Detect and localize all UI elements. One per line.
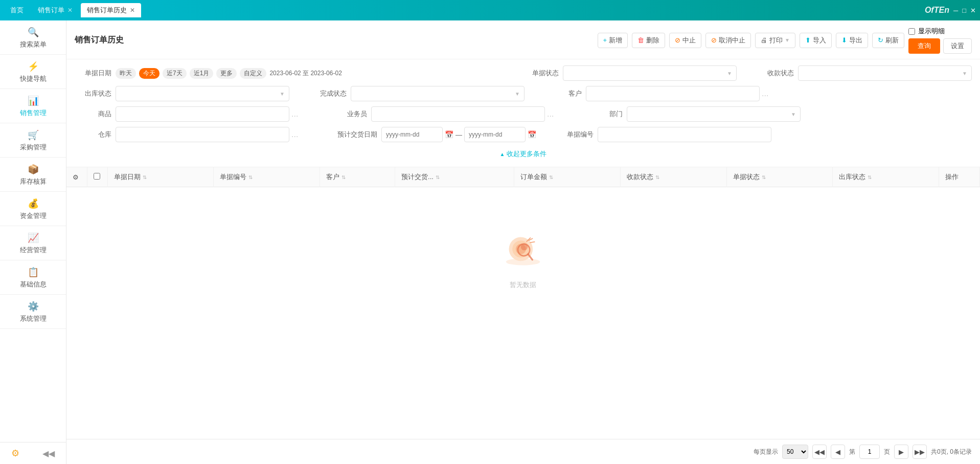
bill-status-dropdown-icon: ▼ [727, 71, 732, 76]
th-date-label: 单据日期 [114, 172, 141, 182]
sidebar-item-label-purchase-mgmt: 采购管理 [20, 143, 47, 152]
stop-icon: ⊘ [675, 36, 680, 44]
cancel-stop-icon: ⊘ [711, 36, 717, 44]
first-page-button[interactable]: ◀◀ [812, 445, 827, 459]
next-page-button[interactable]: ▶ [894, 445, 908, 459]
calendar-end-icon[interactable]: 📅 [528, 130, 536, 139]
page-label: 第 [849, 448, 855, 456]
date-chip-custom[interactable]: 自定义 [240, 68, 266, 79]
out-status-dropdown-icon: ▼ [280, 91, 285, 97]
out-status-label: 出库状态 [75, 89, 116, 98]
sort-icon-payment-status[interactable]: ⇅ [655, 174, 659, 180]
sort-icon-bill-status[interactable]: ⇅ [762, 174, 766, 180]
sort-icon-number[interactable]: ⇅ [248, 174, 253, 180]
warehouse-label: 仓库 [75, 130, 116, 139]
sort-icon-expected[interactable]: ⇅ [436, 174, 440, 180]
last-page-button[interactable]: ▶▶ [913, 445, 927, 459]
salesperson-label: 业务员 [330, 109, 371, 119]
page-number-input[interactable] [859, 445, 880, 459]
th-date: 单据日期⇅ [107, 167, 214, 187]
sort-icon-amount[interactable]: ⇅ [549, 174, 553, 180]
date-chip-today[interactable]: 今天 [139, 68, 159, 79]
product-input[interactable] [116, 106, 289, 122]
tab-home[interactable]: 首页 [4, 3, 30, 17]
select-all-checkbox[interactable] [94, 173, 100, 180]
sort-icon-customer[interactable]: ⇅ [341, 174, 346, 180]
warehouse-dots[interactable]: ... [289, 130, 300, 139]
sales-order-tab-close[interactable]: ✕ [67, 7, 73, 14]
minimize-btn[interactable]: ─ [953, 7, 958, 14]
calendar-start-icon[interactable]: 📅 [445, 130, 453, 139]
bill-status-label: 单据状态 [522, 69, 563, 78]
date-chip-last7[interactable]: 近7天 [163, 68, 187, 79]
th-customer-label: 客户 [326, 172, 339, 182]
print-label: 打印 [769, 36, 783, 45]
salesperson-dots[interactable]: ... [545, 109, 556, 119]
salesperson-input-group: ... [371, 106, 565, 122]
sidebar-item-quick-nav[interactable]: ⚡ 快捷导航 [0, 55, 66, 89]
prev-page-button[interactable]: ◀ [831, 445, 845, 459]
close-btn[interactable]: ✕ [970, 7, 976, 14]
sidebar-item-basic-info[interactable]: 📋 基础信息 [0, 260, 66, 295]
sidebar-item-sys-mgmt[interactable]: ⚙️ 系统管理 [0, 295, 66, 329]
per-page-select[interactable]: 50 10 20 100 [782, 445, 808, 459]
first-page-icon: ◀◀ [814, 448, 825, 456]
complete-status-select[interactable]: ▼ [351, 86, 525, 101]
warehouse-input[interactable] [116, 127, 289, 142]
th-settings[interactable]: ⚙ [66, 167, 87, 187]
sidebar-item-sales-mgmt[interactable]: 📊 销售管理 [0, 89, 66, 123]
out-status-select[interactable]: ▼ [116, 86, 289, 101]
customer-dots[interactable]: ... [760, 89, 770, 98]
th-checkbox[interactable] [87, 167, 107, 187]
salesperson-input[interactable] [371, 106, 545, 122]
warehouse-input-group: ... [116, 127, 310, 142]
payment-status-select[interactable]: ▼ [798, 65, 972, 81]
export-button[interactable]: ⬇ 导出 [836, 33, 868, 48]
search-menu-icon: 🔍 [28, 27, 39, 38]
sidebar-item-purchase-mgmt[interactable]: 🛒 采购管理 [0, 123, 66, 158]
payment-status-label: 收款状态 [757, 69, 798, 78]
tab-sales-order[interactable]: 销售订单 ✕ [32, 3, 79, 17]
cancel-stop-button[interactable]: ⊘ 取消中止 [705, 33, 751, 48]
query-button[interactable]: 查询 [908, 38, 940, 54]
sidebar-collapse-icon[interactable]: ◀◀ [42, 449, 55, 458]
bill-no-input[interactable] [598, 127, 771, 142]
th-expected-label: 预计交货... [401, 172, 434, 182]
setting-button[interactable]: 设置 [943, 38, 972, 54]
sidebar-item-operations[interactable]: 📈 经营管理 [0, 226, 66, 260]
import-button[interactable]: ⬆ 导入 [800, 33, 832, 48]
print-button[interactable]: 🖨 打印 ▼ [755, 33, 795, 48]
product-dots[interactable]: ... [289, 109, 300, 119]
customer-input[interactable] [586, 86, 760, 101]
collapse-button[interactable]: ▲ 收起更多条件 [75, 147, 972, 161]
tab-sales-order-history[interactable]: 销售订单历史 ✕ [81, 3, 141, 17]
sales-order-history-tab-close[interactable]: ✕ [130, 7, 135, 14]
refresh-button[interactable]: ↻ 刷新 [872, 33, 904, 48]
stop-button[interactable]: ⊘ 中止 [669, 33, 701, 48]
export-icon: ⬇ [841, 36, 847, 44]
bill-status-select[interactable]: ▼ [563, 65, 737, 81]
delete-button[interactable]: 🗑 删除 [632, 33, 665, 48]
sort-icon-out-status[interactable]: ⇅ [868, 174, 872, 180]
sidebar-item-label-sys-mgmt: 系统管理 [20, 314, 47, 323]
date-chip-yesterday[interactable]: 昨天 [116, 68, 136, 79]
new-button[interactable]: + 新增 [598, 33, 628, 48]
settings-icon[interactable]: ⚙ [73, 173, 79, 181]
expected-date-end[interactable] [464, 127, 526, 142]
product-input-group: ... [116, 106, 310, 122]
dept-select[interactable]: ▼ [627, 106, 801, 122]
date-chip-last1m[interactable]: 近1月 [190, 68, 214, 79]
sidebar-item-finance[interactable]: 💰 资金管理 [0, 192, 66, 226]
date-chip-more[interactable]: 更多 [216, 68, 237, 79]
sidebar-item-label-operations: 经营管理 [20, 246, 47, 255]
sidebar-item-inventory[interactable]: 📦 库存核算 [0, 158, 66, 192]
sidebar-item-search-menu[interactable]: 🔍 搜索菜单 [0, 20, 66, 55]
sidebar-settings-icon[interactable]: ⚙ [11, 448, 19, 459]
display-detail-checkbox[interactable] [908, 28, 915, 35]
maximize-btn[interactable]: □ [962, 7, 966, 14]
sort-icon-date[interactable]: ⇅ [143, 174, 147, 180]
page-header: 销售订单历史 + 新增 🗑 删除 ⊘ 中止 ⊘ 取消中止 [66, 20, 980, 59]
expected-date-start[interactable] [381, 127, 443, 142]
customer-input-group: ... [586, 86, 972, 101]
inventory-icon: 📦 [28, 164, 39, 175]
